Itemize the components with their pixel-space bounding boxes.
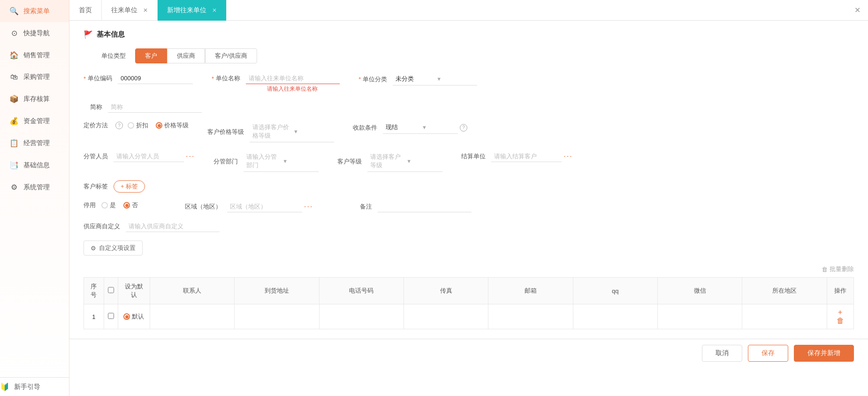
pricing-discount-radio[interactable]: 折扣 [128, 121, 148, 130]
row-qq[interactable] [573, 304, 657, 329]
batch-delete-btn[interactable]: 🗑 批量删除 [822, 265, 854, 273]
row-contact[interactable] [150, 304, 234, 329]
disabled-group: 停用 是 否 [84, 201, 138, 210]
tab-new-partner[interactable]: 新增往来单位 ✕ [158, 0, 227, 21]
row-default: 默认 [118, 304, 150, 329]
row-address[interactable] [235, 304, 319, 329]
col-checkbox [104, 278, 118, 304]
sidebar-item-search[interactable]: 🔍 搜索菜单 [0, 0, 69, 22]
tag-add-btn[interactable]: + 标签 [114, 180, 145, 193]
search-icon: 🔍 [9, 7, 19, 16]
pricing-level-radio[interactable]: 价格等级 [156, 121, 189, 130]
manager-label: 分管人员 [84, 152, 108, 161]
department-select[interactable]: 请输入分管部门 ▼ [244, 151, 319, 172]
row-email[interactable] [488, 304, 573, 329]
sidebar-item-sales[interactable]: 🏠 销售管理 [0, 44, 69, 66]
row-fax[interactable] [404, 304, 488, 329]
payment-terms-select[interactable]: 现结 ▼ [383, 121, 458, 134]
row-fax-input[interactable] [408, 313, 484, 320]
manager-group: 分管人员 ··· [84, 151, 195, 162]
customer-price-placeholder: 请选择客户价格等级 [252, 123, 290, 140]
tab-new-partner-close[interactable]: ✕ [212, 7, 217, 14]
sidebar-label-sales: 销售管理 [23, 51, 50, 60]
customer-level-select[interactable]: 请选择客户等级 ▼ [367, 151, 442, 172]
disabled-no-label: 否 [132, 201, 138, 210]
tab-partners-close[interactable]: ✕ [143, 7, 148, 14]
sidebar-item-basic-info[interactable]: 📑 基础信息 [0, 154, 69, 176]
unit-type-supplier-btn[interactable]: 供应商 [167, 48, 205, 63]
disabled-no-radio[interactable]: 否 [123, 201, 138, 210]
save-new-button[interactable]: 保存并新增 [794, 345, 854, 362]
settlement-input[interactable] [491, 151, 562, 162]
save-button[interactable]: 保存 [748, 345, 788, 362]
home-icon: ⊙ [9, 29, 19, 38]
row-default-radio[interactable]: 默认 [122, 312, 146, 321]
col-wechat: 微信 [657, 278, 742, 304]
row-wechat[interactable] [657, 304, 742, 329]
disabled-yes-radio[interactable]: 是 [101, 201, 116, 210]
manager-input[interactable] [114, 151, 184, 162]
form-row-6: 停用 是 否 区域（地区） ··· [84, 201, 854, 212]
supplier-custom-input[interactable] [126, 221, 220, 232]
unit-type-customer-btn[interactable]: 客户 [135, 48, 167, 63]
sidebar-item-system[interactable]: ⚙ 系统管理 [0, 176, 69, 198]
row-phone-input[interactable] [323, 313, 400, 320]
supplier-custom-group: 供应商自定义 [84, 221, 220, 232]
section-title-text: 基本信息 [97, 30, 125, 39]
pricing-method-info-icon[interactable]: ? [115, 122, 123, 129]
main-close-btn[interactable]: ✕ [847, 6, 868, 15]
sidebar-item-purchase[interactable]: 🛍 采购管理 [0, 66, 69, 88]
unit-code-input[interactable] [118, 73, 193, 84]
unit-category-select[interactable]: 未分类 ▼ [393, 73, 477, 85]
row-qq-input[interactable] [577, 313, 654, 320]
row-region[interactable] [742, 304, 827, 329]
region-label: 区域（地区） [185, 202, 221, 211]
sidebar-item-quick-nav[interactable]: ⊙ 快捷导航 [0, 22, 69, 44]
row-phone[interactable] [319, 304, 404, 329]
row-region-input[interactable] [746, 313, 822, 320]
sidebar-label-operations: 经营管理 [23, 139, 50, 148]
manager-more-btn[interactable]: ··· [186, 152, 195, 161]
sidebar-label-quick-nav: 快捷导航 [23, 29, 50, 38]
settlement-more-btn[interactable]: ··· [563, 152, 572, 161]
sidebar-item-operations[interactable]: 📋 经营管理 [0, 132, 69, 154]
unit-category-caret: ▼ [436, 76, 474, 82]
region-input[interactable] [227, 201, 302, 212]
select-all-checkbox[interactable] [108, 287, 114, 293]
settlement-group: 结算单位 ··· [461, 151, 572, 162]
form-row-5: 客户标签 + 标签 [84, 180, 854, 193]
short-name-label: 简称 [90, 103, 102, 111]
sidebar-item-inventory[interactable]: 📦 库存核算 [0, 88, 69, 110]
row-wechat-input[interactable] [662, 313, 738, 320]
payment-terms-info-icon[interactable]: ? [460, 124, 467, 132]
unit-category-star: * [358, 76, 361, 83]
row-del-btn[interactable]: 🗑 [837, 317, 844, 325]
sidebar-item-guide[interactable]: 🔰 新手引导 [0, 377, 69, 396]
unit-name-label: 单位名称 [216, 74, 240, 83]
tag-group: 客户标签 + 标签 [84, 180, 145, 193]
region-more-btn[interactable]: ··· [304, 202, 313, 211]
row-email-input[interactable] [492, 313, 569, 320]
batch-delete-label: 批量删除 [830, 265, 854, 273]
row-add-btn[interactable]: + [838, 308, 842, 316]
pricing-discount-circle [128, 122, 134, 129]
table-section: 🗑 批量删除 序号 设为默认 联系人 到货地址 [84, 265, 854, 329]
row-checkbox-input[interactable] [108, 313, 114, 319]
unit-name-input[interactable] [246, 73, 340, 84]
sidebar-item-finance[interactable]: 💰 资金管理 [0, 110, 69, 132]
unit-type-both-btn[interactable]: 客户/供应商 [205, 48, 257, 63]
row-contact-input[interactable] [154, 313, 230, 320]
customer-price-select[interactable]: 请选择客户价格等级 ▼ [250, 121, 334, 142]
row-address-input[interactable] [238, 313, 315, 320]
tab-partners[interactable]: 往来单位 ✕ [102, 0, 158, 21]
tab-new-partner-label: 新增往来单位 [167, 6, 206, 15]
form-row-1: * 单位编码 * 单位名称 请输入往来单位名称 * 单位分类 [84, 73, 854, 93]
custom-settings-btn[interactable]: ⚙ 自定义项设置 [84, 241, 143, 256]
short-name-input[interactable] [108, 101, 202, 113]
purchase-icon: 🛍 [9, 73, 19, 81]
cancel-button[interactable]: 取消 [702, 345, 742, 362]
tab-bar: 首页 往来单位 ✕ 新增往来单位 ✕ ✕ [69, 0, 868, 21]
remark-input[interactable] [378, 201, 472, 212]
customer-level-caret: ▼ [406, 158, 440, 164]
tab-home[interactable]: 首页 [69, 0, 102, 21]
